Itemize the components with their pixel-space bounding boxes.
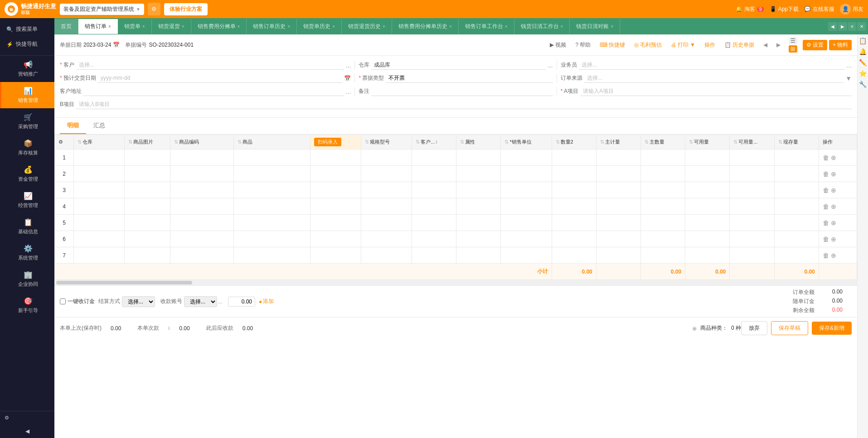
tab-close-icon[interactable]: × (142, 24, 145, 29)
row-warehouse[interactable] (74, 198, 125, 215)
row-unit[interactable] (501, 149, 552, 166)
calendar-icon[interactable]: 📅 (344, 75, 351, 82)
row-available2[interactable] (730, 247, 774, 264)
row-code[interactable] (170, 182, 234, 198)
delete-icon[interactable]: 🗑 (823, 203, 829, 210)
row-code[interactable] (170, 247, 234, 264)
row-warehouse[interactable] (74, 247, 125, 264)
row-image[interactable] (125, 231, 170, 247)
row-property[interactable] (456, 149, 501, 166)
tab-close-icon[interactable]: × (449, 24, 452, 29)
th-main-unit[interactable]: ⇅主计量 (596, 135, 640, 149)
th-property[interactable]: ⇅属性 (456, 135, 501, 149)
row-stock[interactable] (774, 149, 819, 166)
history-btn[interactable]: 📋 历史单据 (722, 40, 757, 50)
row-customer-code[interactable] (412, 149, 456, 166)
row-customer-code[interactable] (412, 231, 456, 247)
delete-icon[interactable]: 🗑 (823, 236, 829, 243)
row-qty2[interactable] (552, 166, 596, 182)
th-scan[interactable]: 扫码录入 (310, 135, 361, 149)
system-selector[interactable]: 装备及固定资产辅助管理系统 ▼ (60, 4, 144, 15)
row-main-qty[interactable] (640, 149, 685, 166)
th-customer-code[interactable]: ⇅客户...ℹ (412, 135, 456, 149)
sidebar-collapse-btn[interactable]: ◀ (0, 424, 54, 438)
row-product[interactable] (234, 166, 310, 182)
tab-list-btn[interactable]: ≡ (848, 22, 856, 31)
row-stock[interactable] (774, 166, 819, 182)
warehouse-input[interactable] (371, 60, 546, 70)
row-warehouse[interactable] (74, 166, 125, 182)
print-btn[interactable]: 🖨 打印 ▼ (668, 40, 698, 50)
tab-summary[interactable]: 汇总 (86, 118, 112, 134)
row-customer-code[interactable] (412, 198, 456, 215)
panel-icon-tool[interactable]: 🔧 (858, 80, 868, 89)
tab-sales-refund[interactable]: 销货退货 × (152, 19, 191, 34)
tab-return-history[interactable]: 销货单历史 × (297, 19, 342, 34)
tab-prev-btn[interactable]: ◀ (828, 22, 837, 31)
row-image[interactable] (125, 198, 170, 215)
prev-record-btn[interactable]: ◀ (761, 40, 770, 49)
list-view-btn[interactable]: ☰ (789, 37, 797, 44)
row-main-qty[interactable] (640, 231, 685, 247)
row-unit[interactable] (501, 198, 552, 215)
delete-icon[interactable]: 🗑 (823, 187, 829, 194)
row-spec[interactable] (361, 247, 412, 264)
th-unit[interactable]: ⇅*销售单位 (501, 135, 552, 149)
row-code[interactable] (170, 231, 234, 247)
panel-icon-bell[interactable]: 🔔 (858, 47, 868, 56)
view-btn[interactable]: ▶ 视频 (547, 40, 569, 50)
row-main-unit[interactable] (596, 166, 640, 182)
row-qty2[interactable] (552, 198, 596, 215)
panel-icon-edit[interactable]: ✏️ (858, 58, 868, 67)
address-input[interactable] (83, 87, 344, 96)
row-image[interactable] (125, 166, 170, 182)
form-view-btn[interactable]: ⊞ (789, 45, 797, 53)
row-property[interactable] (456, 166, 501, 182)
row-scan[interactable] (310, 215, 361, 231)
row-main-unit[interactable] (596, 231, 640, 247)
row-scan[interactable] (310, 182, 361, 198)
row-spec[interactable] (361, 198, 412, 215)
row-main-qty[interactable] (640, 198, 685, 215)
tab-home[interactable]: 首页 (54, 19, 78, 34)
one-click-input[interactable] (60, 298, 66, 304)
panel-icon-clipboard[interactable]: 📋 (858, 36, 868, 45)
th-spec[interactable]: ⇅规格型号 (361, 135, 412, 149)
row-product[interactable] (234, 215, 310, 231)
row-scan[interactable] (310, 247, 361, 264)
row-spec[interactable] (361, 231, 412, 247)
row-property[interactable] (456, 231, 501, 247)
row-unit[interactable] (501, 182, 552, 198)
row-available[interactable] (685, 166, 730, 182)
row-stock[interactable] (774, 231, 819, 247)
row-unit[interactable] (501, 166, 552, 182)
discard-btn[interactable]: 放弃 (741, 321, 767, 335)
tab-refund-history[interactable]: 销货退货历史 × (342, 19, 392, 34)
row-scan[interactable] (310, 166, 361, 182)
th-product[interactable]: ⇅商品 (234, 135, 310, 149)
row-qty2[interactable] (552, 231, 596, 247)
add-payment-btn[interactable]: ● 添加 (259, 298, 274, 305)
row-available[interactable] (685, 247, 730, 264)
row-product[interactable] (234, 247, 310, 264)
row-product[interactable] (234, 182, 310, 198)
row-main-unit[interactable] (596, 247, 640, 264)
row-available2[interactable] (730, 149, 774, 166)
row-available2[interactable] (730, 198, 774, 215)
deposit-amount-input[interactable] (228, 297, 255, 307)
shortcut-btn[interactable]: ⌨ 快捷键 (597, 40, 628, 50)
row-warehouse[interactable] (74, 215, 125, 231)
tab-expense-history[interactable]: 销售费用分摊单历史 × (392, 19, 459, 34)
save-draft-btn[interactable]: 保存草稿 (771, 321, 808, 335)
th-image[interactable]: ⇅商品图片 (125, 135, 170, 149)
tab-detail[interactable]: 明细 (60, 118, 86, 134)
delete-icon[interactable]: 🗑 (823, 170, 829, 178)
row-main-qty[interactable] (640, 247, 685, 264)
row-product[interactable] (234, 231, 310, 247)
tab-cash-reconcile[interactable]: 钱货日清对账 × (570, 19, 620, 34)
copy-icon[interactable]: ⊕ (831, 170, 836, 178)
row-main-unit[interactable] (596, 215, 640, 231)
row-warehouse[interactable] (74, 231, 125, 247)
tab-close-icon[interactable]: × (332, 24, 335, 29)
row-property[interactable] (456, 247, 501, 264)
